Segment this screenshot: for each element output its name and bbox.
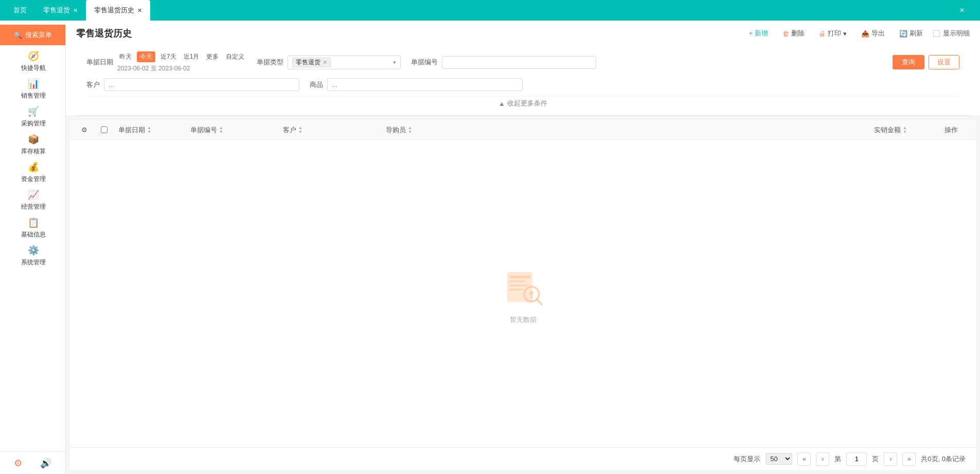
type-select[interactable]: 零售退货 ✕ ▾ [288, 56, 401, 69]
date-option-more[interactable]: 更多 [204, 51, 221, 62]
page-input[interactable] [846, 452, 867, 466]
date-sort-icon: ▲▼ [147, 126, 151, 134]
print-button[interactable]: 🖨 打印 ▾ [815, 27, 851, 40]
number-filter-label: 单据编号 [411, 58, 438, 67]
last-page-btn[interactable]: » [902, 452, 916, 466]
page-size-label: 每页显示 [734, 454, 760, 464]
table-area: ⚙ 单据日期 ▲▼ 单据编号 ▲▼ 客户 ▲▼ 导购员 [70, 120, 976, 470]
filter-area: 单据日期 昨天 今天 近7天 近1月 更多 自定义 2023-06-02 至 2… [76, 46, 970, 116]
th-customer[interactable]: 客户 ▲▼ [278, 125, 381, 135]
svg-rect-3 [509, 284, 528, 286]
print-icon: 🖨 [819, 30, 826, 38]
type-filter-group: 单据类型 零售退货 ✕ ▾ [257, 56, 401, 69]
goods-filter-group: 商品 [310, 78, 523, 91]
show-detail-label: 显示明细 [943, 29, 970, 38]
prev-page-btn[interactable]: ‹ [816, 452, 829, 466]
table-header: ⚙ 单据日期 ▲▼ 单据编号 ▲▼ 客户 ▲▼ 导购员 [70, 120, 976, 140]
collapse-more-btn[interactable]: ▲ 收起更多条件 [86, 96, 959, 110]
next-page-btn[interactable]: › [884, 452, 897, 466]
tab-retail-return-history[interactable]: 零售退货历史 ✕ [86, 0, 150, 21]
amount-sort-icon: ▲▼ [903, 126, 907, 134]
type-tag: 零售退货 ✕ [292, 58, 331, 67]
sidebar-bottom: ⚙ 🔊 [0, 451, 65, 474]
show-detail-row: 显示明细 [933, 29, 970, 38]
customer-input[interactable] [104, 78, 299, 91]
layout: 🔍 搜索菜单 🧭 快捷导航 📊 销售管理 🛒 采购管理 📦 库存核算 💰 资金管… [0, 21, 980, 474]
select-all-checkbox[interactable] [101, 126, 108, 133]
svg-rect-2 [509, 280, 526, 282]
filter-row-1: 单据日期 昨天 今天 近7天 近1月 更多 自定义 2023-06-02 至 2… [86, 51, 959, 73]
settings-icon: ⚙ [81, 126, 87, 134]
sidebar: 🔍 搜索菜单 🧭 快捷导航 📊 销售管理 🛒 采购管理 📦 库存核算 💰 资金管… [0, 21, 66, 474]
close-retail-return-tab[interactable]: ✕ [73, 7, 78, 14]
date-option-yesterday[interactable]: 昨天 [117, 51, 134, 62]
type-tag-close[interactable]: ✕ [323, 59, 327, 66]
filter-row-2: 客户 商品 [86, 78, 959, 91]
setting-button[interactable]: 设置 [929, 55, 959, 69]
th-guide[interactable]: 导购员 ▲▼ [381, 125, 463, 135]
system-mgmt-icon: ⚙️ [28, 245, 39, 256]
operations-icon: 📈 [28, 189, 39, 200]
add-button[interactable]: + 新增 [745, 27, 772, 40]
settings-bottom-icon[interactable]: ⚙ [14, 458, 22, 469]
print-dropdown-icon: ▾ [843, 30, 847, 38]
customer-filter-label: 客户 [86, 80, 100, 89]
first-page-btn[interactable]: « [797, 452, 811, 466]
page-size-select[interactable]: 50 10 20 100 [765, 453, 792, 465]
sidebar-item-system-mgmt[interactable]: ⚙️ 系统管理 [0, 242, 65, 269]
finance-icon: 💰 [28, 161, 39, 173]
sidebar-item-operations[interactable]: 📈 经营管理 [0, 186, 65, 214]
close-retail-return-history-tab[interactable]: ✕ [137, 7, 142, 14]
refresh-button[interactable]: 🔄 刷新 [895, 27, 927, 40]
page-title-row: 零售退货历史 + 新增 🗑 删除 🖨 打印 ▾ 📤 [76, 27, 970, 40]
tab-home[interactable]: 首页 [5, 0, 35, 21]
date-filter-label: 单据日期 [86, 58, 113, 67]
sales-mgmt-icon: 📊 [28, 78, 39, 89]
th-number[interactable]: 单据编号 ▲▼ [185, 125, 278, 135]
customer-filter-group: 客户 [86, 78, 299, 91]
th-amount[interactable]: 实销金额 ▲▼ [869, 125, 931, 135]
top-bar: 首页 零售退货 ✕ 零售退货历史 ✕ ✕ [0, 0, 980, 21]
date-option-custom[interactable]: 自定义 [224, 51, 246, 62]
date-option-today[interactable]: 今天 [137, 51, 155, 62]
sidebar-item-finance[interactable]: 💰 资金管理 [0, 158, 65, 186]
svg-point-7 [529, 291, 533, 295]
query-button[interactable]: 查询 [893, 55, 924, 69]
sidebar-item-inventory[interactable]: 📦 库存核算 [0, 131, 65, 158]
collapse-icon: ▲ [498, 100, 505, 107]
sidebar-item-quick-nav[interactable]: 🧭 快捷导航 [0, 47, 65, 75]
toolbar: + 新增 🗑 删除 🖨 打印 ▾ 📤 导出 [745, 27, 970, 40]
basic-info-icon: 📋 [28, 217, 39, 228]
purchase-mgmt-icon: 🛒 [28, 106, 39, 117]
sidebar-item-purchase-mgmt[interactable]: 🛒 采购管理 [0, 103, 65, 131]
number-sort-icon: ▲▼ [219, 126, 223, 134]
page-title: 零售退货历史 [76, 27, 132, 40]
goods-input[interactable] [327, 78, 523, 91]
type-select-arrow: ▾ [393, 59, 396, 66]
delete-button[interactable]: 🗑 删除 [778, 27, 809, 40]
empty-state-icon [500, 263, 546, 309]
sidebar-item-sales-mgmt[interactable]: 📊 销售管理 [0, 75, 65, 103]
page-header: 零售退货历史 + 新增 🗑 删除 🖨 打印 ▾ 📤 [66, 21, 980, 116]
date-option-1month[interactable]: 近1月 [182, 51, 202, 62]
tab-retail-return[interactable]: 零售退货 ✕ [35, 0, 86, 21]
sidebar-item-basic-info[interactable]: 📋 基础信息 [0, 214, 65, 242]
top-bar-close[interactable]: ✕ [959, 7, 975, 14]
export-button[interactable]: 📤 导出 [857, 27, 889, 40]
th-date[interactable]: 单据日期 ▲▼ [113, 125, 185, 135]
main-content: 零售退货历史 + 新增 🗑 删除 🖨 打印 ▾ 📤 [66, 21, 980, 474]
quick-nav-icon: 🧭 [28, 50, 39, 62]
show-detail-checkbox[interactable] [933, 30, 940, 37]
svg-rect-1 [509, 276, 530, 278]
search-icon: 🔍 [14, 31, 22, 39]
audio-bottom-icon[interactable]: 🔊 [40, 458, 51, 469]
delete-icon: 🗑 [782, 30, 789, 38]
search-menu-btn[interactable]: 🔍 搜索菜单 [0, 25, 65, 45]
number-input[interactable] [442, 56, 596, 69]
date-filter-group: 单据日期 昨天 今天 近7天 近1月 更多 自定义 2023-06-02 至 2… [86, 51, 246, 73]
th-settings[interactable]: ⚙ [74, 126, 95, 134]
svg-rect-4 [509, 288, 523, 290]
date-options: 昨天 今天 近7天 近1月 更多 自定义 [117, 51, 246, 62]
th-checkbox[interactable] [95, 126, 113, 133]
date-option-7days[interactable]: 近7天 [158, 51, 179, 62]
